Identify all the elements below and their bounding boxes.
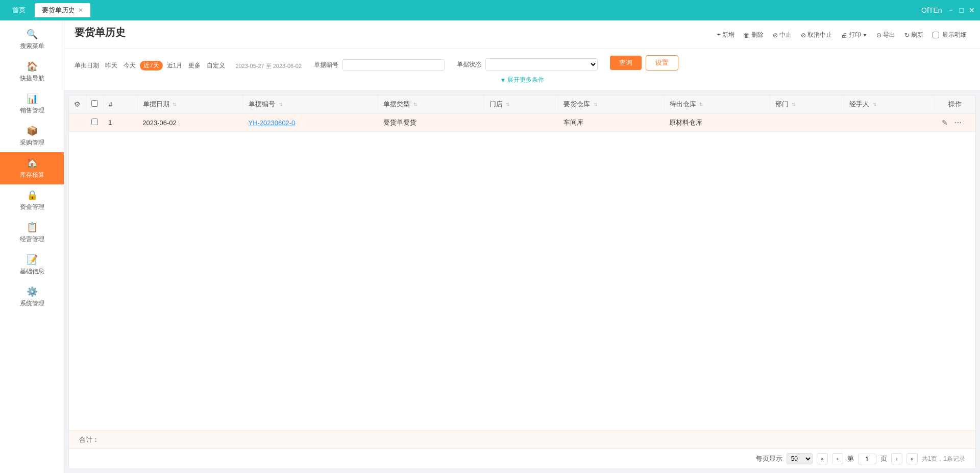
export-btn[interactable]: ⊙ 导出 [873,29,898,41]
settings-button[interactable]: 设置 [646,55,678,70]
td-doc-no[interactable]: YH-20230602-0 [243,113,378,132]
date-range-display: 2023-05-27 至 2023-06-02 [235,62,302,70]
th-doc-type[interactable]: 单据类型 ⇅ [378,96,484,113]
date-btn-today[interactable]: 今天 [121,61,138,70]
doc-no-input[interactable] [342,59,445,70]
top-bar: 首页 要货单历史 ✕ OfTEn － □ ✕ [0,0,980,20]
sidebar-item-search[interactable]: 🔍 搜索菜单 [0,23,64,56]
delete-btn-label: 删除 [751,31,764,39]
stop-btn[interactable]: ⊘ 中止 [770,29,795,41]
status-select[interactable] [485,58,598,70]
td-checkbox [86,113,104,132]
sidebar-label-operations: 经营管理 [20,235,44,244]
edit-action-icon[interactable]: ✎ [940,117,950,128]
cancel-stop-icon: ⊘ [801,32,806,39]
per-page-select[interactable]: 50 10 20 100 [787,453,813,464]
next-page-btn[interactable]: › [891,453,902,464]
page-number-input[interactable] [858,454,876,464]
content-area: 要货单历史 + 新增 🗑 删除 ⊘ 中止 ⊘ 取消中止 🖨 [64,20,980,473]
th-department[interactable]: 部门 ⇅ [770,96,844,113]
th-settings[interactable]: ⚙ [69,96,86,113]
td-handler [844,113,935,132]
minimize-btn[interactable]: － [947,6,954,15]
show-detail-label: 显示明细 [942,31,967,39]
date-btn-last1month[interactable]: 近1月 [165,61,185,70]
maximize-btn[interactable]: □ [960,6,964,14]
date-btn-last7[interactable]: 近7天 [140,61,163,70]
sort-pending-warehouse-icon: ⇅ [699,102,703,107]
th-doc-no[interactable]: 单据编号 ⇅ [243,96,378,113]
close-btn[interactable]: ✕ [969,6,975,14]
tab-home[interactable]: 首页 [5,3,33,17]
brand-label: OfTEn [921,6,942,14]
td-doc-type: 要货单要货 [378,113,484,132]
toolbar: + 新增 🗑 删除 ⊘ 中止 ⊘ 取消中止 🖨 打印 ▼ [714,29,970,41]
date-btn-custom[interactable]: 自定义 [205,61,227,70]
tab-requisition-history[interactable]: 要货单历史 ✕ [35,3,90,17]
show-detail-toggle[interactable]: 显示明细 [929,29,970,41]
th-pending-warehouse[interactable]: 待出仓库 ⇅ [664,96,770,113]
sidebar-item-operations[interactable]: 📋 经营管理 [0,217,64,249]
print-btn[interactable]: 🖨 打印 ▼ [838,29,870,41]
first-page-btn[interactable]: « [817,453,828,464]
th-handler[interactable]: 经手人 ⇅ [844,96,935,113]
query-button[interactable]: 查询 [610,56,642,70]
table-container: ⚙ # 单据日期 ⇅ 单据编号 [68,95,976,469]
sidebar-label-sales: 销售管理 [20,106,44,115]
print-btn-label: 打印 [849,31,861,39]
th-checkbox [86,96,104,113]
sidebar-item-inventory[interactable]: 🏠 库存核算 [0,152,64,184]
sort-doc-type-icon: ⇅ [413,102,418,107]
last-page-btn[interactable]: » [906,453,918,464]
td-action: ✎ ⋯ [935,113,975,132]
page-label: 页 [880,454,887,463]
expand-label: 展开更多条件 [507,76,544,84]
basic-info-icon: 📝 [27,254,38,265]
sidebar-item-system[interactable]: ⚙️ 系统管理 [0,281,64,313]
th-pending-warehouse-label: 待出仓库 [670,100,696,108]
th-req-warehouse[interactable]: 要货仓库 ⇅ [558,96,664,113]
date-btn-yesterday[interactable]: 昨天 [103,61,119,70]
expand-more-btn[interactable]: ▼ 展开更多条件 [500,76,545,84]
prev-page-btn[interactable]: ‹ [832,453,843,464]
cancel-stop-btn[interactable]: ⊘ 取消中止 [798,29,835,41]
date-filter-group: 单据日期 昨天 今天 近7天 近1月 更多 自定义 2023-05-27 至 2… [75,61,302,70]
sidebar-label-purchase: 采购管理 [20,138,44,147]
delete-btn[interactable]: 🗑 删除 [741,29,767,41]
td-settings [69,113,86,132]
th-doc-no-label: 单据编号 [249,100,275,108]
sidebar-label-basic-info: 基础信息 [20,267,44,276]
sort-store-icon: ⇅ [506,102,510,107]
show-detail-checkbox[interactable] [933,32,939,38]
td-doc-date: 2023-06-02 [137,113,243,132]
more-action-icon[interactable]: ⋯ [953,117,963,128]
data-table: ⚙ # 单据日期 ⇅ 单据编号 [69,96,975,132]
finance-icon: 🔒 [27,190,38,201]
sidebar-label-inventory: 库存核算 [20,171,44,179]
table-scroll[interactable]: ⚙ # 单据日期 ⇅ 单据编号 [69,96,975,431]
tab-close-icon[interactable]: ✕ [78,7,83,14]
refresh-btn[interactable]: ↻ 刷新 [901,29,926,41]
th-department-label: 部门 [775,100,789,108]
th-req-warehouse-label: 要货仓库 [564,100,590,108]
table-row: 1 2023-06-02 YH-20230602-0 要货单要货 车间库 原材料… [69,113,975,132]
th-store[interactable]: 门店 ⇅ [484,96,558,113]
th-row-num: # [104,96,138,113]
date-btn-more[interactable]: 更多 [186,61,203,70]
table-settings-gear[interactable]: ⚙ [74,100,81,108]
new-btn[interactable]: + 新增 [714,29,738,41]
row-checkbox[interactable] [91,119,98,125]
th-doc-date[interactable]: 单据日期 ⇅ [137,96,243,113]
search-icon: 🔍 [27,29,38,40]
date-filter-label: 单据日期 [75,61,99,70]
new-btn-label: + 新增 [717,31,734,39]
sidebar-item-sales[interactable]: 📊 销售管理 [0,88,64,120]
select-all-checkbox[interactable] [91,100,98,107]
sidebar-item-quick-nav[interactable]: 🏠 快捷导航 [0,56,64,88]
window-controls: OfTEn － □ ✕ [921,6,975,15]
sidebar-item-basic-info[interactable]: 📝 基础信息 [0,249,64,281]
refresh-icon: ↻ [904,32,910,39]
sidebar-item-finance[interactable]: 🔒 资金管理 [0,184,64,217]
th-action: 操作 [935,96,975,113]
sidebar-item-purchase[interactable]: 📦 采购管理 [0,120,64,152]
